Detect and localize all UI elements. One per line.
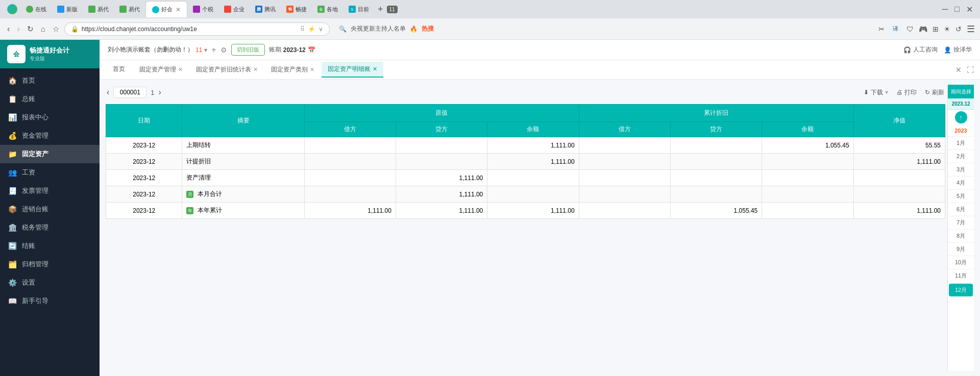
- minimize-button[interactable]: ─: [939, 5, 951, 14]
- tab-gedi[interactable]: 各 各地: [312, 1, 343, 17]
- support-area[interactable]: 🎧 人工咨询: [903, 45, 938, 54]
- tab-close-asset-category[interactable]: ✕: [310, 66, 314, 73]
- next-page-button[interactable]: ›: [159, 88, 161, 97]
- translate-icon[interactable]: 译: [890, 24, 901, 34]
- nav-item-tax[interactable]: 🏛️ 税务管理: [0, 218, 100, 237]
- company-selector[interactable]: 刘小艳演示账套（勿删勿动！） 11 ▾: [108, 45, 207, 54]
- dropdown-icon[interactable]: ∨: [318, 26, 323, 33]
- forward-button[interactable]: ›: [15, 22, 21, 36]
- settings-icon[interactable]: ☰: [967, 23, 975, 35]
- address-bar[interactable]: 🔒 https://cloud.chanjet.com/accounting/u…: [64, 22, 330, 36]
- sun-icon[interactable]: ☀: [944, 25, 950, 33]
- tab-tencent[interactable]: 腾 腾讯: [250, 1, 281, 17]
- sidebar: 会 畅捷通好会计 专业版 🏠 首页 📋 总账 📊 报表中心 💰 资金管理: [0, 40, 100, 376]
- tab-qiye[interactable]: 企业: [219, 1, 250, 17]
- page-tab-depreciation-stats[interactable]: 固定资产折旧统计表 ✕: [190, 62, 264, 77]
- tab-geshui[interactable]: 个税: [188, 1, 218, 17]
- print-action[interactable]: 🖨 打印: [896, 88, 917, 97]
- scissors-icon[interactable]: ✂: [878, 25, 885, 33]
- nav-label-tax: 税务管理: [22, 223, 48, 232]
- grid-icon[interactable]: ⊞: [933, 25, 939, 33]
- period-item-1[interactable]: 1月: [948, 137, 974, 150]
- nav-item-salary[interactable]: 👥 工资: [0, 163, 100, 182]
- page-number-input[interactable]: [113, 87, 146, 98]
- game-icon[interactable]: 🎮: [919, 25, 927, 33]
- period-item-12[interactable]: 12月: [949, 284, 973, 296]
- period-item-7[interactable]: 7月: [948, 216, 974, 230]
- settings-company-button[interactable]: ⚙: [220, 46, 227, 54]
- shield-icon[interactable]: 🛡: [906, 25, 914, 33]
- nav-item-reports[interactable]: 📊 报表中心: [0, 108, 100, 127]
- cell-accum-credit-1: [670, 154, 762, 170]
- page-tab-asset-category[interactable]: 固定资产类别 ✕: [265, 62, 321, 77]
- tab-close-depreciation-stats[interactable]: ✕: [253, 66, 258, 73]
- period-item-3[interactable]: 3月: [948, 163, 974, 177]
- new-tab-button[interactable]: +: [375, 4, 386, 15]
- reload-button[interactable]: ↻: [25, 22, 36, 36]
- period-item-2[interactable]: 2月: [948, 150, 974, 163]
- page-tab-fixed-mgmt[interactable]: 固定资产管理 ✕: [133, 62, 189, 77]
- cell-orig-balance-2: [487, 170, 579, 186]
- table-row-monthly-total: 2023-12 月 本月合计 1,111.00: [106, 186, 945, 203]
- cell-accum-debit-2: [579, 170, 670, 186]
- add-company-button[interactable]: +: [211, 45, 216, 55]
- tab-close-detail-ledger[interactable]: ✕: [373, 66, 377, 72]
- tab-muqian[interactable]: S 目前: [344, 1, 374, 17]
- nav-item-closing[interactable]: 🔄 结账: [0, 237, 100, 255]
- period-item-2023[interactable]: 2023: [948, 125, 974, 137]
- cell-accum-balance-4: [762, 203, 853, 219]
- page-tab-home[interactable]: 首页: [106, 62, 132, 78]
- tab-haohui[interactable]: 好会 ✕: [145, 1, 187, 17]
- nav-item-fixed-assets[interactable]: 📁 固定资产: [0, 145, 100, 163]
- bookmark-button[interactable]: ☆: [51, 22, 61, 36]
- logo-subtitle: 专业版: [30, 55, 69, 62]
- calendar-icon[interactable]: 📅: [308, 46, 315, 54]
- download-action[interactable]: ⬇ 下载 ▾: [864, 88, 888, 97]
- period-item-5[interactable]: 5月: [948, 190, 974, 203]
- close-browser-button[interactable]: ✕: [963, 5, 976, 14]
- user-area[interactable]: 👤 徐泽华: [944, 45, 972, 54]
- back-button[interactable]: ‹: [5, 22, 12, 36]
- tab-yidai2[interactable]: 易代: [114, 1, 145, 17]
- download-icon: ⬇: [864, 89, 869, 96]
- nav-label-funds: 资金管理: [22, 131, 48, 140]
- guide-icon: 📖: [8, 297, 17, 305]
- home-button[interactable]: ⌂: [39, 22, 47, 35]
- history-icon[interactable]: ↺: [955, 25, 962, 33]
- tab-zaixian[interactable]: 在线: [21, 1, 52, 17]
- reports-icon: 📊: [8, 113, 17, 121]
- period-item-6[interactable]: 6月: [948, 203, 974, 216]
- fullscreen-icon[interactable]: ⛶: [967, 66, 974, 74]
- nav-item-inventory[interactable]: 📦 进销台账: [0, 200, 100, 218]
- nav-item-settings[interactable]: ⚙️ 设置: [0, 273, 100, 292]
- cell-orig-balance-0: 1,111.00: [487, 137, 579, 154]
- nav-item-home[interactable]: 🏠 首页: [0, 71, 100, 90]
- switch-old-version-button[interactable]: 切到旧版: [231, 44, 265, 56]
- nav-item-funds[interactable]: 💰 资金管理: [0, 127, 100, 145]
- tab-changjie[interactable]: 畅 畅捷: [281, 1, 312, 17]
- period-item-11[interactable]: 11月: [948, 269, 974, 283]
- nav-item-invoice[interactable]: 🧾 发票管理: [0, 182, 100, 200]
- maximize-icon[interactable]: ✕: [955, 66, 962, 74]
- nav-item-archive[interactable]: 🗂️ 归档管理: [0, 255, 100, 273]
- tab-yidai1[interactable]: 易代: [83, 1, 114, 17]
- ledger-main: ‹ 1 › ⬇ 下载 ▾ 🖨 打印: [106, 85, 945, 371]
- period-item-9[interactable]: 9月: [948, 243, 974, 256]
- period-item-10[interactable]: 10月: [948, 256, 974, 269]
- nav-item-ledger[interactable]: 📋 总账: [0, 90, 100, 108]
- tab-xinban[interactable]: 新版: [52, 1, 83, 17]
- period-item-8[interactable]: 8月: [948, 230, 974, 243]
- page-navigation: ‹ 1 ›: [107, 87, 161, 98]
- prev-page-button[interactable]: ‹: [107, 88, 109, 97]
- nav-item-guide[interactable]: 📖 新手引导: [0, 292, 100, 310]
- restore-button[interactable]: □: [951, 5, 963, 14]
- tab-close-haohui[interactable]: ✕: [176, 6, 181, 13]
- page-tab-detail-ledger[interactable]: 固定资产明细账 ✕: [322, 62, 383, 78]
- scroll-up-btn[interactable]: ↑: [948, 110, 974, 125]
- tab-close-fixed-mgmt[interactable]: ✕: [178, 66, 183, 73]
- refresh-action[interactable]: ↻ 刷新: [925, 88, 944, 97]
- summary-label-monthly: 本月合计: [198, 190, 222, 197]
- headset-icon: 🎧: [903, 46, 911, 54]
- period-item-4[interactable]: 4月: [948, 177, 974, 190]
- main-content: 刘小艳演示账套（勿删勿动！） 11 ▾ + ⚙ 切到旧版 账期 2023-12 …: [100, 40, 980, 376]
